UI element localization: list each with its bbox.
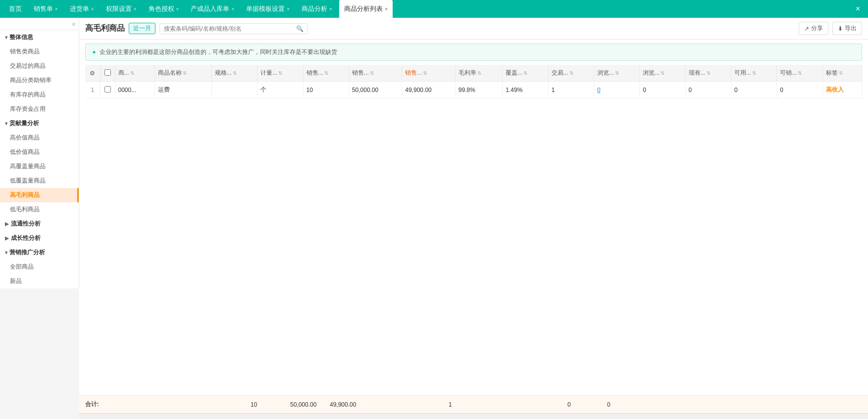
sidebar-item-category-rate[interactable]: 商品分类助销率 xyxy=(0,73,79,88)
close-icon[interactable]: × xyxy=(176,6,179,12)
close-icon[interactable]: × xyxy=(329,6,332,12)
sort-icon: ⇅ xyxy=(707,70,711,76)
close-icon[interactable]: × xyxy=(287,6,290,12)
collapse-arrow-icon: ▶ xyxy=(5,235,9,241)
sort-icon: ⇅ xyxy=(324,70,328,76)
row-checkbox[interactable] xyxy=(104,86,111,93)
sidebar-group-liquidity[interactable]: ▶ 流通性分析 xyxy=(0,217,79,231)
col-name[interactable]: 商品名称⇅ xyxy=(154,65,211,82)
nav-tab-sales-order[interactable]: 销售单 × xyxy=(29,0,63,18)
table-header-row: ⚙ 商...⇅ 商品名称⇅ 规格...⇅ 计量...⇅ 销售...⇅ 销售...… xyxy=(85,65,862,82)
sidebar-item-sales-goods[interactable]: 销售类商品 xyxy=(0,45,79,59)
sidebar-item-high-value[interactable]: 高价值商品 xyxy=(0,131,79,145)
export-label: 导出 xyxy=(845,24,857,33)
nav-tab-template[interactable]: 单据模板设置 × xyxy=(241,0,295,18)
sidebar-group-overall[interactable]: ▾ 整体信息 xyxy=(0,30,79,45)
close-icon[interactable]: × xyxy=(91,6,94,12)
col-browse1[interactable]: 浏览...⇅ xyxy=(594,65,639,82)
search-icon[interactable]: 🔍 xyxy=(296,25,304,32)
col-available[interactable]: 可用...⇅ xyxy=(731,65,776,82)
share-label: 分享 xyxy=(811,24,823,33)
cell-sales-qty: 10 xyxy=(303,82,349,98)
col-tag[interactable]: 标签⇅ xyxy=(822,65,862,82)
footer-current: 0 xyxy=(564,401,604,408)
sidebar-item-high-coverage[interactable]: 高覆盖量商品 xyxy=(0,159,79,174)
sidebar-group-contribution[interactable]: ▾ 贡献量分析 xyxy=(0,116,79,131)
nav-tab-role[interactable]: 角色授权 × xyxy=(144,0,184,18)
col-transaction[interactable]: 交易...⇅ xyxy=(548,65,594,82)
nav-tab-label: 权限设置 xyxy=(106,4,132,13)
col-gross-margin[interactable]: 毛利率⇅ xyxy=(455,65,503,82)
window-close-button[interactable]: × xyxy=(852,4,864,13)
top-navigation: 首页 销售单 × 进货单 × 权限设置 × 角色授权 × 产成品入库单 × 单据… xyxy=(0,0,868,18)
cell-transaction: 1 xyxy=(548,82,594,98)
sidebar-item-new-goods[interactable]: 新品 xyxy=(0,274,79,288)
close-icon[interactable]: × xyxy=(385,6,388,12)
sidebar-item-stock-capital[interactable]: 库存资金占用 xyxy=(0,102,79,116)
cell-saleable: 0 xyxy=(777,82,822,98)
nav-tab-analysis[interactable]: 商品分析 × xyxy=(297,0,337,18)
close-icon[interactable]: × xyxy=(134,6,137,12)
sidebar-item-high-margin[interactable]: 高毛利商品 xyxy=(0,188,79,202)
close-icon[interactable]: × xyxy=(55,6,58,12)
col-sales-amount[interactable]: 销售...⇅ xyxy=(349,65,402,82)
sort-icon: ⇅ xyxy=(615,70,619,76)
sidebar-group-growth[interactable]: ▶ 成长性分析 xyxy=(0,231,79,245)
col-coverage[interactable]: 覆盖...⇅ xyxy=(503,65,548,82)
sidebar-group-marketing[interactable]: ▾ 营销推广分析 xyxy=(0,245,79,260)
sort-icon: ⇅ xyxy=(569,70,573,76)
footer-empty6 xyxy=(525,401,564,408)
col-sales-qty[interactable]: 销售...⇅ xyxy=(303,65,349,82)
col-browse2[interactable]: 浏览...⇅ xyxy=(640,65,685,82)
col-settings[interactable]: ⚙ xyxy=(85,65,100,82)
footer-transaction: 1 xyxy=(446,401,485,408)
nav-tab-label: 进货单 xyxy=(70,4,89,13)
footer-empty5 xyxy=(485,401,525,408)
sidebar-item-all-goods[interactable]: 全部商品 xyxy=(0,260,79,274)
content-area: 高毛利商品 近一月 🔍 ↗ 分享 ⬇ 导出 ✦ 企业的主要的利润都是这部分商品创… xyxy=(79,18,868,419)
footer-cell-empty1 xyxy=(109,401,208,408)
sidebar-group-label: 营销推广分析 xyxy=(9,248,45,257)
share-icon: ↗ xyxy=(804,25,809,32)
table-container: ⚙ 商...⇅ 商品名称⇅ 规格...⇅ 计量...⇅ 销售...⇅ 销售...… xyxy=(79,65,868,395)
col-unit[interactable]: 计量...⇅ xyxy=(257,65,303,82)
data-table: ⚙ 商...⇅ 商品名称⇅ 规格...⇅ 计量...⇅ 销售...⇅ 销售...… xyxy=(85,65,862,98)
col-checkbox xyxy=(100,65,115,82)
nav-tab-permission[interactable]: 权限设置 × xyxy=(101,0,142,18)
cell-current: 0 xyxy=(685,82,731,98)
sidebar-toggle-button[interactable]: « xyxy=(72,20,76,28)
col-saleable[interactable]: 可销...⇅ xyxy=(777,65,822,82)
row-index: 1 xyxy=(85,82,100,98)
sidebar-item-traded-goods[interactable]: 交易过的商品 xyxy=(0,59,79,73)
share-button[interactable]: ↗ 分享 xyxy=(799,22,828,35)
period-button[interactable]: 近一月 xyxy=(129,23,155,34)
col-sales-profit[interactable]: 销售...⇅ xyxy=(402,65,455,82)
col-code[interactable]: 商...⇅ xyxy=(115,65,154,82)
nav-tab-purchase-order[interactable]: 进货单 × xyxy=(65,0,99,18)
cell-browse1[interactable]: 0 xyxy=(594,82,639,98)
export-button[interactable]: ⬇ 导出 xyxy=(832,22,862,35)
sidebar-item-stock-goods[interactable]: 有库存的商品 xyxy=(0,88,79,102)
sidebar-item-low-value[interactable]: 低价值商品 xyxy=(0,145,79,159)
close-icon[interactable]: × xyxy=(231,6,234,12)
sidebar-item-low-coverage[interactable]: 低覆盖量商品 xyxy=(0,174,79,188)
cell-sales-profit: 49,900.00 xyxy=(402,82,455,98)
sort-icon: ⇅ xyxy=(278,70,282,76)
footer-sales-qty: 10 xyxy=(248,401,287,408)
select-all-checkbox[interactable] xyxy=(104,69,111,76)
sidebar-group-label: 整体信息 xyxy=(9,33,33,42)
footer-cell-empty2 xyxy=(208,401,248,408)
nav-tab-product-storage[interactable]: 产成品入库单 × xyxy=(186,0,239,18)
info-text: 企业的主要的利润都是这部分商品创造的，可考虑加大推广，同时关注库存是不要出现缺货 xyxy=(100,48,337,56)
col-spec[interactable]: 规格...⇅ xyxy=(211,65,257,82)
footer-bar: 合计: 10 50,000.00 49,900.00 1 0 0 xyxy=(79,395,868,413)
col-current[interactable]: 现有...⇅ xyxy=(685,65,731,82)
sidebar-item-low-margin[interactable]: 低毛利商品 xyxy=(0,202,79,217)
search-input[interactable] xyxy=(164,25,294,32)
nav-tab-analysis-list[interactable]: 商品分析列表 × xyxy=(339,0,393,18)
sort-icon: ⇅ xyxy=(370,70,374,76)
nav-home[interactable]: 首页 xyxy=(4,2,27,15)
row-checkbox-cell xyxy=(100,82,115,98)
horizontal-scrollbar[interactable] xyxy=(79,413,868,419)
sidebar-group-label: 成长性分析 xyxy=(11,234,41,242)
